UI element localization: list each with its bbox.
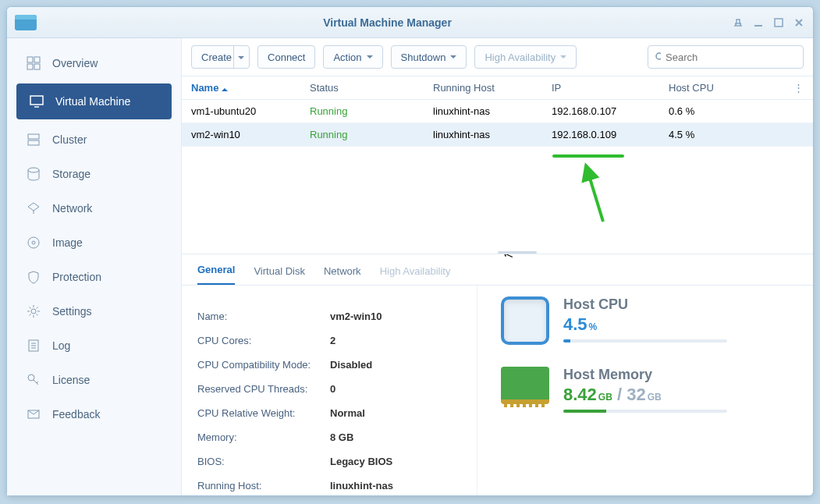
detail-key: Name: bbox=[197, 311, 330, 322]
tab-high-availability[interactable]: High Availability bbox=[380, 265, 451, 285]
detail-key: Reserved CPU Threads: bbox=[197, 383, 330, 395]
cell-cpu: 4.5 % bbox=[669, 129, 770, 140]
sidebar-item-storage[interactable]: Storage bbox=[7, 157, 181, 191]
col-status[interactable]: Status bbox=[310, 82, 433, 94]
log-icon bbox=[26, 338, 41, 353]
sidebar-item-label: License bbox=[52, 374, 90, 386]
cell-host: linuxhint-nas bbox=[433, 105, 552, 117]
sidebar-item-label: Virtual Machine bbox=[55, 95, 130, 108]
cell-cpu: 0.6 % bbox=[669, 105, 770, 117]
pin-icon[interactable] bbox=[732, 16, 744, 29]
column-menu-icon[interactable]: ⋮ bbox=[793, 82, 813, 94]
close-icon[interactable] bbox=[793, 16, 805, 29]
detail-value: 8 GB bbox=[330, 431, 353, 443]
svg-rect-5 bbox=[34, 64, 40, 69]
col-running-host[interactable]: Running Host bbox=[433, 82, 552, 94]
svg-rect-1 bbox=[775, 19, 783, 27]
metric-value: 4.5% bbox=[563, 314, 727, 335]
tab-virtual-disk[interactable]: Virtual Disk bbox=[254, 265, 305, 285]
col-ip[interactable]: IP bbox=[552, 82, 669, 94]
network-icon bbox=[26, 201, 41, 216]
cell-ip: 192.168.0.107 bbox=[552, 105, 669, 117]
svg-rect-8 bbox=[28, 134, 39, 139]
cell-name: vm2-win10 bbox=[191, 129, 310, 140]
minimize-icon[interactable] bbox=[752, 16, 765, 29]
sidebar-item-label: Feedback bbox=[52, 408, 100, 421]
search-box[interactable] bbox=[648, 45, 804, 69]
metric-host-cpu: Host CPU 4.5% bbox=[501, 296, 797, 345]
create-button[interactable]: Create bbox=[191, 45, 250, 69]
sidebar-item-log[interactable]: Log bbox=[7, 328, 181, 363]
sidebar-item-label: Storage bbox=[52, 168, 91, 180]
grid-icon bbox=[26, 55, 41, 71]
sidebar-item-label: Overview bbox=[52, 57, 98, 69]
detail-key: CPU Relative Weight: bbox=[197, 407, 330, 419]
app-title: Virtual Machine Manager bbox=[43, 16, 732, 29]
mail-icon bbox=[26, 406, 41, 422]
sidebar-item-feedback[interactable]: Feedback bbox=[7, 397, 181, 431]
tab-general[interactable]: General bbox=[197, 264, 235, 285]
monitor-icon bbox=[29, 94, 44, 109]
maximize-icon[interactable] bbox=[772, 16, 785, 29]
svg-point-11 bbox=[28, 237, 39, 248]
detail-value: Normal bbox=[330, 407, 365, 419]
svg-point-10 bbox=[28, 168, 39, 172]
sidebar-item-network[interactable]: Network bbox=[7, 191, 181, 225]
metric-host-memory: Host Memory 8.42GB / 32GB bbox=[501, 367, 797, 413]
shutdown-button[interactable]: Shutdown bbox=[391, 45, 467, 69]
sidebar-item-license[interactable]: License bbox=[7, 363, 181, 397]
sidebar-item-label: Log bbox=[52, 339, 70, 352]
sidebar-item-cluster[interactable]: Cluster bbox=[7, 122, 181, 157]
sidebar-item-label: Cluster bbox=[52, 133, 87, 146]
svg-rect-2 bbox=[27, 57, 33, 62]
detail-key: CPU Cores: bbox=[197, 335, 330, 346]
tab-network[interactable]: Network bbox=[324, 265, 361, 285]
sidebar-item-overview[interactable]: Overview bbox=[7, 46, 181, 80]
sidebar-item-settings[interactable]: Settings bbox=[7, 294, 181, 328]
search-input[interactable] bbox=[666, 51, 797, 63]
shield-icon bbox=[26, 269, 41, 285]
metric-bar bbox=[563, 339, 727, 343]
storage-icon bbox=[26, 166, 41, 182]
svg-point-12 bbox=[32, 241, 35, 244]
search-icon bbox=[655, 51, 661, 62]
vm-table: Name Status Running Host IP Host CPU ⋮ v… bbox=[182, 76, 813, 147]
svg-rect-3 bbox=[34, 57, 40, 62]
app-icon bbox=[15, 15, 37, 30]
svg-rect-9 bbox=[28, 140, 39, 145]
detail-value: vm2-win10 bbox=[330, 311, 382, 322]
sidebar-item-image[interactable]: Image bbox=[7, 225, 181, 260]
svg-rect-4 bbox=[27, 64, 33, 69]
key-icon bbox=[26, 372, 41, 388]
table-row[interactable]: vm2-win10 Running linuxhint-nas 192.168.… bbox=[182, 123, 813, 147]
annotation-underline bbox=[552, 154, 624, 158]
memory-icon bbox=[501, 367, 549, 404]
metric-title: Host Memory bbox=[563, 367, 727, 383]
col-host-cpu[interactable]: Host CPU bbox=[669, 82, 770, 94]
cpu-icon bbox=[501, 296, 549, 345]
svg-rect-6 bbox=[30, 96, 43, 105]
sidebar-item-label: Protection bbox=[52, 271, 101, 283]
sidebar-item-protection[interactable]: Protection bbox=[7, 260, 181, 294]
table-row[interactable]: vm1-ubuntu20 Running linuxhint-nas 192.1… bbox=[182, 100, 813, 123]
detail-key: Running Host: bbox=[197, 480, 330, 492]
table-header: Name Status Running Host IP Host CPU ⋮ bbox=[182, 76, 813, 100]
detail-key: Memory: bbox=[197, 431, 330, 443]
high-availability-button[interactable]: High Availability bbox=[474, 45, 577, 69]
titlebar: Virtual Machine Manager bbox=[7, 7, 813, 38]
svg-point-13 bbox=[31, 309, 36, 314]
sidebar-item-label: Image bbox=[52, 236, 83, 249]
host-metrics: Host CPU 4.5% Host Memory 8.42GB / 32GB bbox=[477, 286, 813, 495]
cell-ip: 192.168.0.109 bbox=[552, 129, 669, 140]
sidebar-item-virtual-machine[interactable]: Virtual Machine bbox=[16, 83, 172, 119]
sidebar-item-label: Settings bbox=[52, 305, 92, 318]
svg-point-18 bbox=[28, 374, 34, 381]
cell-name: vm1-ubuntu20 bbox=[191, 105, 310, 117]
cell-status: Running bbox=[310, 105, 433, 117]
detail-pane: General Virtual Disk Network High Availa… bbox=[182, 254, 813, 495]
action-button[interactable]: Action bbox=[323, 45, 382, 69]
col-name[interactable]: Name bbox=[191, 82, 310, 94]
cell-status: Running bbox=[310, 129, 433, 140]
svg-point-20 bbox=[656, 53, 661, 59]
connect-button[interactable]: Connect bbox=[257, 45, 315, 69]
